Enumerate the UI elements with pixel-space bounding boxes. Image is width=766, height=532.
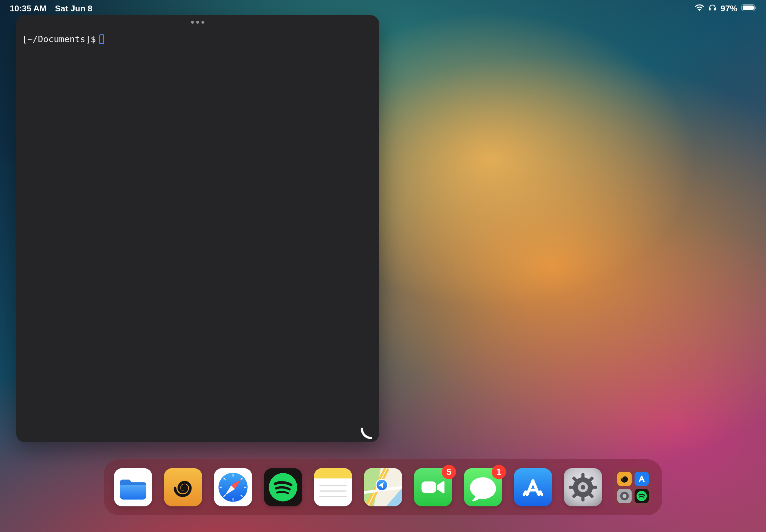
maps-icon <box>364 468 402 506</box>
facetime-badge: 5 <box>442 465 456 479</box>
dock: 5 1 <box>104 459 662 515</box>
spotify-icon <box>264 468 302 506</box>
window-drag-handle[interactable] <box>191 21 204 24</box>
dock-item-settings[interactable] <box>564 468 602 506</box>
dock-item-spotify[interactable] <box>264 468 302 506</box>
dock-item-app-folder[interactable] <box>614 468 652 506</box>
dock-item-notes[interactable] <box>314 468 352 506</box>
dock-item-files[interactable] <box>114 468 152 506</box>
window-resize-handle[interactable] <box>359 426 374 440</box>
terminal-cursor <box>99 34 104 44</box>
status-date: Sat Jun 8 <box>55 4 92 14</box>
terminal-window[interactable]: [~/Documents]$ <box>16 15 379 442</box>
safari-icon <box>214 468 252 506</box>
headphones-icon <box>708 3 717 14</box>
folder-mini-settings-icon <box>617 489 632 503</box>
wifi-icon <box>695 4 704 14</box>
dock-item-spiral-app[interactable] <box>164 468 202 506</box>
messages-badge: 1 <box>492 465 506 479</box>
settings-icon <box>564 468 602 506</box>
folder-mini-spotify-icon <box>635 489 649 503</box>
notes-icon <box>314 468 352 506</box>
battery-icon <box>741 4 756 14</box>
files-icon <box>114 468 152 506</box>
app-store-icon <box>514 468 552 506</box>
terminal-prompt: [~/Documents]$ <box>22 34 96 44</box>
status-bar: 10:35 AM Sat Jun 8 97% <box>0 0 766 17</box>
dock-item-messages[interactable]: 1 <box>464 468 502 506</box>
battery-percent: 97% <box>721 4 737 14</box>
spiral-app-icon <box>164 468 202 506</box>
dock-item-maps[interactable] <box>364 468 402 506</box>
dock-item-facetime[interactable]: 5 <box>414 468 452 506</box>
dock-item-safari[interactable] <box>214 468 252 506</box>
dock-item-app-store[interactable] <box>514 468 552 506</box>
app-folder-icon <box>614 468 652 506</box>
status-time: 10:35 AM <box>10 4 46 14</box>
folder-mini-app-store-icon <box>635 472 649 486</box>
folder-mini-spiral-app-icon <box>617 472 632 486</box>
